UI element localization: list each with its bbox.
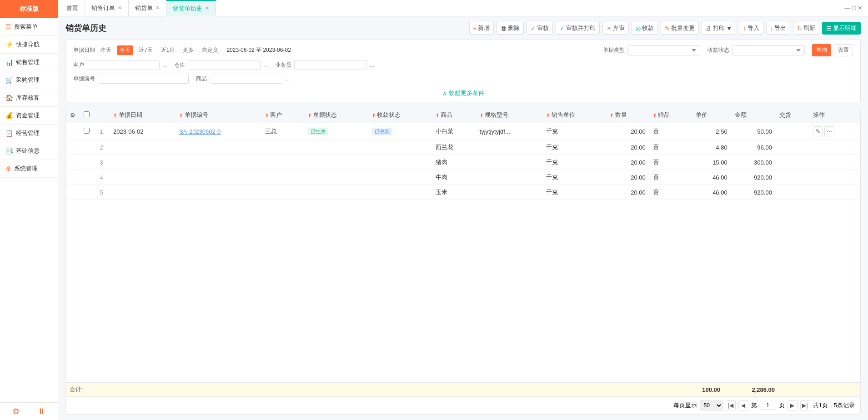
date-tag-today[interactable]: 今天 [117,45,133,55]
sidebar-item-search-menu[interactable]: ☰ 搜索菜单 [0,18,58,36]
first-page-btn[interactable]: |◀ [726,400,736,410]
goods-picker[interactable]: ... [285,75,290,82]
row-goods: 猪肉 [432,155,476,170]
row-check[interactable] [80,140,93,155]
row-docno [176,155,261,170]
sidebar: 标准版 ☰ 搜索菜单 ⚡ 快捷导航 📊 销售管理 🛒 采购管理 🏠 库存核算 💰… [0,0,58,420]
sidebar-item-system-mgmt[interactable]: ⚙ 系统管理 [0,160,58,178]
docno-input[interactable] [98,74,189,84]
type-select[interactable] [627,45,700,55]
page-content: 销货单历史 + 新增 🗑 删除 ✓ 审核 ✓ 审核并打印 [58,16,868,420]
edit-op-btn[interactable]: ✎ [813,126,823,136]
sidebar-item-inventory[interactable]: 🏠 库存核算 [0,89,58,107]
sidebar-item-purchase-mgmt[interactable]: 🛒 采购管理 [0,71,58,89]
row-qty: 20.00 [606,185,649,200]
warehouse-input[interactable] [188,60,261,70]
setting-button[interactable]: 设置 [834,44,853,56]
col-spec-header[interactable]: ⬆ 规格型号 [476,107,543,123]
staff-picker[interactable]: ... [370,62,374,68]
col-gift-header[interactable]: ⬆ 赠品 [649,107,692,123]
prev-page-btn[interactable]: ◀ [738,400,748,410]
warehouse-picker[interactable]: ... [263,62,268,68]
btn-collect[interactable]: ◎ 收款 [632,22,658,35]
filter-more-toggle[interactable]: ∧ 收起更多条件 [73,87,853,97]
sidebar-item-basic-info[interactable]: 📑 基础信息 [0,142,58,160]
page-size-select[interactable]: 50 100 200 [700,400,723,410]
tab-bar-maximize[interactable]: □ [852,5,856,11]
btn-batch-change[interactable]: ✎ 批量变更 [661,22,699,35]
tab-sales-goods-close[interactable]: ✕ [156,5,160,11]
col-customer-header[interactable]: ⬆ 客户 [261,107,304,123]
btn-export[interactable]: ↓ 导出 [766,22,791,35]
customer-input[interactable] [87,60,160,70]
btn-delete[interactable]: 🗑 删除 [497,22,524,35]
btn-new[interactable]: + 新增 [469,22,494,35]
goods-input[interactable] [210,74,282,84]
row-check[interactable] [80,155,93,170]
date-tag-1month[interactable]: 近1月 [158,45,178,55]
doc-no-link[interactable]: SA-20230602-0 [179,128,221,135]
collect-icon: ◎ [636,25,641,32]
row-customer [261,155,304,170]
col-date-header[interactable]: ⬆ 单据日期 [110,107,176,123]
filter-status: 收款状态 [707,45,805,55]
filter-staff: 业务员 ... [275,60,374,70]
next-page-btn[interactable]: ▶ [788,400,798,410]
sidebar-item-quick-nav[interactable]: ⚡ 快捷导航 [0,36,58,54]
tab-home[interactable]: 首页 [60,0,85,16]
row-check[interactable] [80,123,93,140]
btn-discard[interactable]: ✕ 弃审 [602,22,629,35]
sidebar-item-operation-mgmt[interactable]: 📋 经营管理 [0,125,58,142]
status-label: 收款状态 [707,46,729,54]
tab-sales-goods[interactable]: 销货单 ✕ [129,0,166,16]
btn-refresh[interactable]: ↻ 刷新 [793,22,819,35]
row-check[interactable] [80,170,93,185]
tab-bar: 首页 销售订单 ✕ 销货单 ✕ 销货单历史 ✕ — □ ✕ [58,0,868,16]
page-number-input[interactable] [760,401,776,410]
row-unit: 千克 [542,170,606,185]
date-tag-more[interactable]: 更多 [180,45,196,55]
customer-picker[interactable]: ... [162,62,167,68]
row-gift: 否 [649,140,692,155]
staff-input[interactable] [294,60,367,70]
date-tag-yesterday[interactable]: 昨天 [98,45,114,55]
col-doc-status-header[interactable]: ⬆ 单据状态 [304,107,368,123]
last-page-btn[interactable]: ▶| [800,400,810,410]
btn-print[interactable]: 🖨 打印 ▼ [702,22,736,35]
status-select[interactable] [732,45,805,55]
row-spec: tyjytjytyjdf... [476,123,543,140]
btn-audit[interactable]: ✓ 审核 [527,22,553,35]
col-qty-header[interactable]: ⬆ 数量 [606,107,649,123]
filter-row-3: 单据编号 商品 ... [73,74,853,84]
btn-display[interactable]: ☰ 显示明细 [822,22,861,35]
col-goods-header[interactable]: ⬆ 商品 [432,107,476,123]
btn-import[interactable]: ↑ 导入 [739,22,763,35]
date-tag-7days[interactable]: 近7天 [136,45,156,55]
settings-bottom-icon[interactable]: ⚙ [12,406,20,416]
sidebar-item-finance-mgmt[interactable]: 💰 资金管理 [0,107,58,125]
btn-audit-print[interactable]: ✓ 审核并打印 [556,22,600,35]
col-no-header[interactable]: ⬆ 单据编号 [176,107,261,123]
tab-sales-order[interactable]: 销售订单 ✕ [85,0,129,16]
more-op-btn[interactable]: ⋯ [824,126,834,136]
tab-sales-order-close[interactable]: ✕ [118,5,122,11]
pause-icon[interactable]: ⏸ [37,407,45,416]
tab-sales-history-close[interactable]: ✕ [205,5,209,11]
tab-bar-minimize[interactable]: — [844,5,850,11]
tab-bar-close[interactable]: ✕ [858,5,863,11]
col-pay-status-header[interactable]: ⬆ 收款状态 [368,107,432,123]
date-tag-custom[interactable]: 自定义 [199,45,221,55]
tab-sales-history[interactable]: 销货单历史 ✕ [166,0,216,16]
row-spec [476,170,543,185]
col-settings-header[interactable]: ⚙ [66,107,80,123]
row-amount: 920.00 [731,185,776,200]
col-check-header[interactable] [80,107,93,123]
select-all-checkbox[interactable] [84,111,90,117]
col-unit-header[interactable]: ⬆ 销售单位 [542,107,606,123]
query-button[interactable]: 查询 [812,44,831,56]
sort-icon: ⬆ [480,113,483,118]
row-gift: 否 [649,123,692,140]
row-checkbox[interactable] [84,128,90,134]
sidebar-item-sales-mgmt[interactable]: 📊 销售管理 [0,54,58,71]
row-check[interactable] [80,185,93,200]
